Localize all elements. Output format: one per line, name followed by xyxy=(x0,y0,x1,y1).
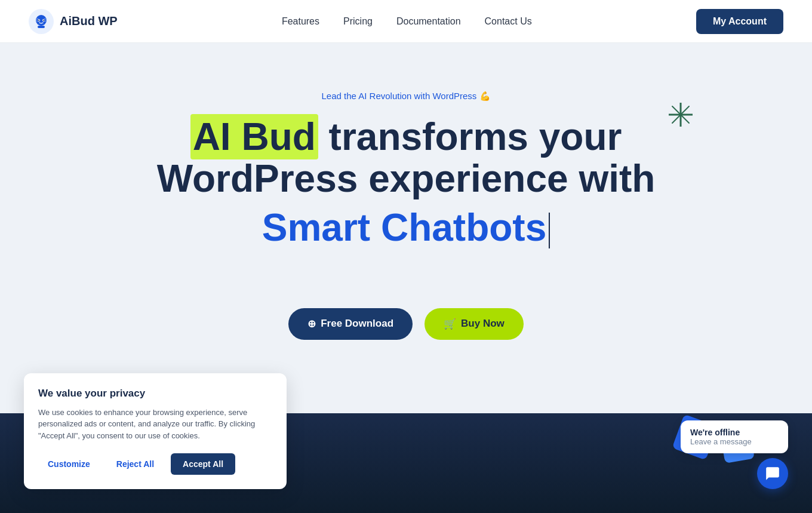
svg-rect-7 xyxy=(36,19,38,21)
sparkle-decoration xyxy=(669,103,693,131)
hero-subtitle-wrapper: Smart Chatbots xyxy=(29,205,783,279)
svg-rect-2 xyxy=(38,26,45,28)
my-account-button[interactable]: My Account xyxy=(696,9,783,34)
cart-icon: 🛒 xyxy=(444,318,456,330)
chat-open-button[interactable] xyxy=(757,458,788,489)
svg-point-6 xyxy=(43,20,44,21)
nav-features[interactable]: Features xyxy=(282,16,319,26)
nav-links: Features Pricing Documentation Contact U… xyxy=(282,16,532,27)
cookie-text: We use cookies to enhance your browsing … xyxy=(38,407,272,442)
nav-contact[interactable]: Contact Us xyxy=(485,16,532,26)
chat-bubble: We're offline Leave a message xyxy=(681,420,788,453)
chat-icon xyxy=(765,466,780,481)
navbar: AiBud WP Features Pricing Documentation … xyxy=(0,0,812,43)
download-icon: ⊕ xyxy=(307,318,316,330)
hero-title-highlight: AI Bud xyxy=(190,114,318,159)
free-download-button[interactable]: ⊕ Free Download xyxy=(288,308,413,340)
hero-title-rest: transforms your xyxy=(318,115,622,158)
cookie-title: We value your privacy xyxy=(38,388,272,400)
cookie-buttons: Customize Reject All Accept All xyxy=(38,453,272,475)
hero-tagline: Lead the AI Revolution with WordPress 💪 xyxy=(29,91,783,102)
hero-title: AI Bud transforms your WordPress experie… xyxy=(143,116,669,200)
cookie-banner: We value your privacy We use cookies to … xyxy=(24,373,287,490)
buynow-label: Buy Now xyxy=(461,318,505,330)
chat-widget: We're offline Leave a message xyxy=(681,420,788,489)
svg-point-5 xyxy=(38,20,39,21)
hero-buttons: ⊕ Free Download 🛒 Buy Now xyxy=(29,308,783,340)
buy-now-button[interactable]: 🛒 Buy Now xyxy=(425,308,524,340)
accept-all-button[interactable]: Accept All xyxy=(171,453,235,475)
hero-title-line2: WordPress experience with xyxy=(157,157,656,200)
chat-status: We're offline xyxy=(690,428,779,437)
logo-text: AiBud WP xyxy=(60,14,118,28)
download-label: Free Download xyxy=(321,318,393,330)
customize-button[interactable]: Customize xyxy=(38,453,100,475)
hero-section: Lead the AI Revolution with WordPress 💪 … xyxy=(0,43,812,413)
reject-all-button[interactable]: Reject All xyxy=(107,453,164,475)
logo-link[interactable]: AiBud WP xyxy=(29,9,118,34)
svg-rect-8 xyxy=(44,19,46,21)
hero-subtitle: Smart Chatbots xyxy=(262,205,550,251)
chat-cta: Leave a message xyxy=(690,437,779,446)
logo-icon xyxy=(29,9,54,34)
nav-documentation[interactable]: Documentation xyxy=(396,16,461,26)
nav-pricing[interactable]: Pricing xyxy=(343,16,373,26)
